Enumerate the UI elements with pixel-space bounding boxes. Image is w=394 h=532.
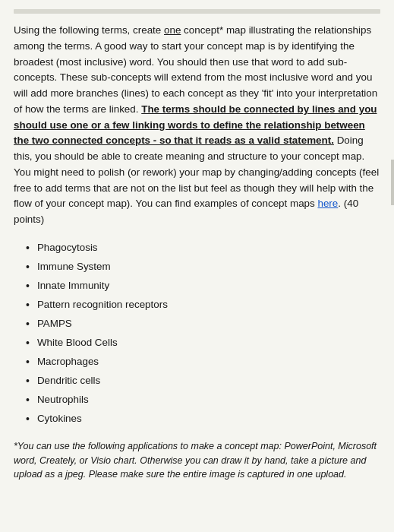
main-paragraph: Using the following terms, create one co… — [14, 23, 380, 228]
page-container: Using the following terms, create one co… — [0, 0, 394, 532]
list-item: Innate Immunity — [14, 277, 380, 296]
list-item: Cytokines — [14, 410, 380, 429]
list-item: Neutrophils — [14, 391, 380, 410]
list-item: Macrophages — [14, 353, 380, 372]
top-bar — [14, 9, 380, 14]
intro-text-2: concept* map illustrating the relationsh… — [14, 24, 377, 115]
list-item: Immune System — [14, 258, 380, 277]
concept-terms-list: Phagocytosis Immune System Innate Immuni… — [14, 239, 380, 429]
list-item: White Blood Cells — [14, 334, 380, 353]
one-underline: one — [164, 24, 181, 36]
intro-text-1: Using the following terms, create — [14, 24, 164, 36]
scroll-indicator — [391, 160, 394, 205]
list-item: PAMPS — [14, 315, 380, 334]
list-item: Pattern recognition receptors — [14, 296, 380, 315]
list-item: Phagocytosis — [14, 239, 380, 258]
footnote-text: *You can use the following applications … — [14, 439, 380, 482]
list-item: Dendritic cells — [14, 372, 380, 391]
here-link[interactable]: here — [317, 198, 338, 209]
